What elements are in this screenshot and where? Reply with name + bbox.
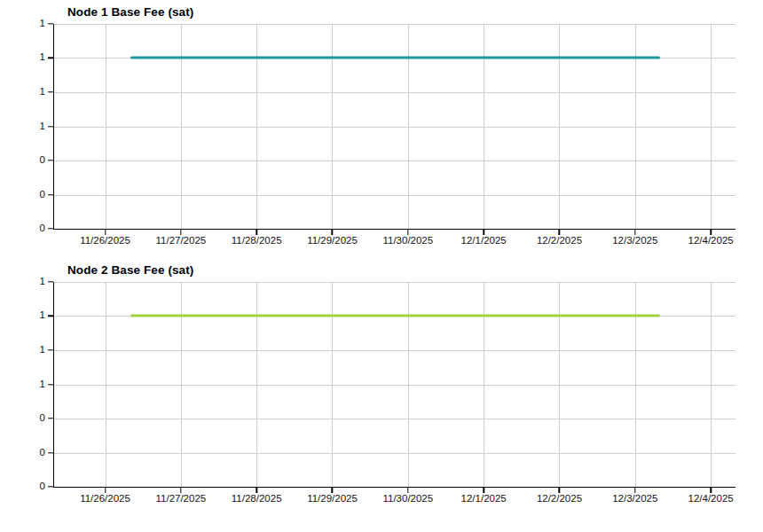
x-tick-label: 11/26/2025 (80, 494, 130, 505)
x-tick-label: 11/28/2025 (232, 236, 282, 246)
x-tick-label: 12/1/2025 (461, 236, 507, 246)
x-tick-label: 12/1/2025 (461, 494, 507, 505)
v-gridline (332, 282, 333, 487)
y-tick-label: 1 (40, 379, 45, 390)
series-line (130, 57, 660, 59)
y-tick-label: 1 (40, 87, 45, 98)
x-tick-label: 11/30/2025 (382, 494, 433, 505)
y-tick-label: 1 (40, 277, 45, 287)
y-axis-tick (48, 316, 53, 317)
v-gridline (635, 282, 636, 487)
x-tick-label: 11/27/2025 (155, 494, 206, 505)
y-tick-label: 0 (40, 190, 45, 200)
x-tick-label: 12/3/2025 (612, 494, 657, 505)
x-tick-label: 11/28/2025 (232, 494, 282, 505)
y-tick-label: 1 (40, 19, 45, 29)
v-gridline (408, 282, 409, 487)
h-gridline (54, 385, 735, 386)
plot-area: 111100011/26/202511/27/202511/28/202511/… (53, 282, 735, 488)
y-tick-label: 1 (40, 311, 45, 322)
y-axis-tick (48, 228, 53, 229)
y-axis-tick (48, 23, 53, 24)
v-gridline (408, 24, 409, 229)
v-gridline (181, 282, 182, 487)
h-gridline (54, 282, 735, 283)
v-gridline (256, 24, 257, 229)
x-tick-label: 12/4/2025 (688, 494, 734, 505)
y-axis-tick (48, 91, 53, 92)
y-axis-tick (48, 384, 53, 385)
h-gridline (54, 195, 735, 196)
y-axis-tick (48, 452, 53, 453)
x-tick-label: 12/2/2025 (537, 494, 582, 505)
h-gridline (54, 350, 735, 351)
y-axis-tick (48, 126, 53, 127)
x-tick-label: 12/2/2025 (537, 236, 582, 246)
x-tick-label: 11/29/2025 (307, 494, 358, 505)
chart-title: Node 2 Base Fee (sat) (67, 263, 193, 277)
plot-area: 111100011/26/202511/27/202511/28/202511/… (53, 24, 735, 230)
y-axis-tick (48, 58, 53, 59)
y-axis-tick (48, 418, 53, 419)
y-axis-tick (48, 486, 53, 487)
v-gridline (635, 24, 636, 229)
h-gridline (54, 160, 735, 161)
v-gridline (256, 282, 257, 487)
h-gridline (54, 24, 735, 25)
x-tick-label: 11/29/2025 (307, 236, 358, 246)
y-axis-tick (48, 194, 53, 195)
base-fee-dashboard: { "page": { "background": "#ffffff" }, "… (0, 0, 763, 532)
series-line (130, 315, 660, 317)
y-tick-label: 0 (40, 448, 45, 458)
y-axis-tick (48, 160, 53, 160)
y-axis-tick (48, 281, 53, 282)
x-tick-label: 11/26/2025 (80, 236, 130, 246)
x-tick-label: 11/30/2025 (382, 236, 433, 246)
v-gridline (484, 24, 484, 229)
y-tick-label: 0 (40, 223, 45, 234)
node2-base-fee-chart: Node 2 Base Fee (sat) 111100011/26/20251… (0, 258, 763, 524)
y-tick-label: 0 (40, 413, 45, 424)
y-tick-label: 0 (40, 481, 45, 492)
v-gridline (106, 24, 106, 229)
x-tick-label: 12/3/2025 (612, 236, 657, 246)
v-gridline (484, 282, 484, 487)
h-gridline (54, 419, 735, 419)
y-tick-label: 1 (40, 121, 45, 132)
v-gridline (332, 24, 333, 229)
v-gridline (559, 282, 560, 487)
chart-title: Node 1 Base Fee (sat) (67, 5, 193, 19)
node1-base-fee-chart: Node 1 Base Fee (sat) 111100011/26/20251… (0, 0, 763, 266)
v-gridline (106, 282, 106, 487)
v-gridline (181, 24, 182, 229)
y-axis-tick (48, 349, 53, 350)
v-gridline (711, 282, 712, 487)
x-tick-label: 12/4/2025 (688, 236, 734, 246)
h-gridline (54, 92, 735, 93)
x-tick-label: 11/27/2025 (155, 236, 206, 246)
y-tick-label: 0 (40, 155, 45, 166)
v-gridline (559, 24, 560, 229)
v-gridline (711, 24, 712, 229)
h-gridline (54, 453, 735, 454)
h-gridline (54, 127, 735, 128)
y-tick-label: 1 (40, 53, 45, 64)
y-tick-label: 1 (40, 345, 45, 356)
